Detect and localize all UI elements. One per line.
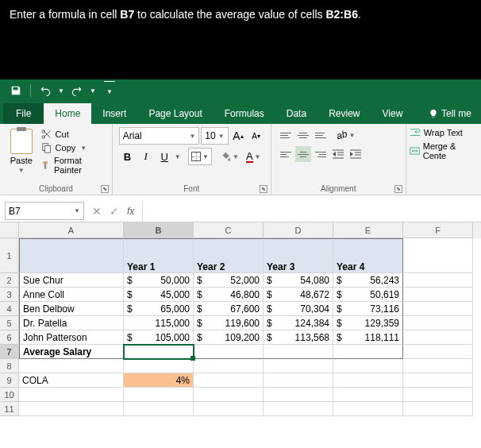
cell[interactable] xyxy=(403,373,473,388)
cell[interactable]: $52,000 xyxy=(194,273,264,288)
cell[interactable]: Year 2 xyxy=(194,238,264,273)
increase-font-button[interactable]: A▴ xyxy=(230,127,247,145)
cell[interactable] xyxy=(403,288,473,302)
cell[interactable] xyxy=(403,273,473,288)
cell[interactable]: Average Salary xyxy=(19,345,124,359)
cell[interactable]: $73,116 xyxy=(333,302,403,316)
tab-file[interactable]: File xyxy=(3,103,44,124)
cell[interactable] xyxy=(194,402,264,416)
fill-color-button[interactable]: ▼ xyxy=(219,148,240,165)
fill-handle[interactable] xyxy=(190,356,195,361)
borders-button[interactable]: ▼ xyxy=(188,148,211,165)
font-color-button[interactable]: A▼ xyxy=(243,148,264,165)
col-header-e[interactable]: E xyxy=(333,222,403,238)
row-header[interactable]: 8 xyxy=(0,359,19,373)
cell[interactable]: $56,243 xyxy=(333,273,403,288)
cell[interactable]: Sue Chur xyxy=(19,273,124,288)
cell[interactable] xyxy=(194,345,264,359)
cell[interactable] xyxy=(333,388,403,402)
row-header[interactable]: 11 xyxy=(0,402,19,416)
tab-insert[interactable]: Insert xyxy=(91,103,137,124)
tab-formulas[interactable]: Formulas xyxy=(214,103,275,124)
cell[interactable]: $46,800 xyxy=(194,288,264,302)
decrease-font-button[interactable]: A▾ xyxy=(248,127,264,145)
orientation-button[interactable]: ab▼ xyxy=(335,127,357,143)
cell[interactable]: Year 4 xyxy=(333,238,403,273)
cell[interactable] xyxy=(403,345,473,359)
cell[interactable] xyxy=(403,302,473,316)
cell[interactable]: $67,600 xyxy=(194,302,264,316)
bold-button[interactable]: B xyxy=(119,148,136,165)
cell[interactable] xyxy=(333,373,403,388)
row-header[interactable]: 3 xyxy=(0,288,19,302)
decrease-indent-button[interactable] xyxy=(330,146,346,162)
row-header[interactable]: 5 xyxy=(0,316,19,330)
cell[interactable] xyxy=(403,238,473,273)
cell[interactable] xyxy=(403,402,473,416)
cell[interactable]: $129,359 xyxy=(333,316,403,330)
fx-icon[interactable]: fx xyxy=(127,206,134,217)
undo-dropdown[interactable]: ▼ xyxy=(56,81,66,100)
cell[interactable] xyxy=(264,359,333,373)
cell[interactable] xyxy=(194,359,264,373)
cell[interactable] xyxy=(194,388,264,402)
align-top-button[interactable] xyxy=(278,127,294,143)
tab-data[interactable]: Data xyxy=(275,103,317,124)
cell[interactable] xyxy=(124,402,194,416)
cell[interactable] xyxy=(403,316,473,330)
font-size-select[interactable]: 10▼ xyxy=(201,127,228,145)
cell[interactable]: Year 1 xyxy=(124,238,194,273)
cell[interactable]: 115,000 xyxy=(124,316,194,330)
font-name-select[interactable]: Arial▼ xyxy=(119,127,200,145)
cell-b7-selected[interactable] xyxy=(124,345,194,359)
qat-customize[interactable]: ▼ xyxy=(104,81,115,100)
cell[interactable]: $119,600 xyxy=(194,316,264,330)
paste-button[interactable]: Paste ▼ xyxy=(6,127,37,175)
cell[interactable] xyxy=(124,388,194,402)
cell[interactable] xyxy=(403,330,473,345)
cell[interactable]: $118,111 xyxy=(333,330,403,345)
col-header-c[interactable]: C xyxy=(194,222,264,238)
cell[interactable]: $54,080 xyxy=(264,273,333,288)
cell[interactable]: $109,200 xyxy=(194,330,264,345)
clipboard-dialog-launcher[interactable]: ⬊ xyxy=(101,185,109,193)
format-painter-button[interactable]: Format Painter xyxy=(41,156,106,175)
align-middle-button[interactable] xyxy=(295,127,311,143)
cell[interactable] xyxy=(124,359,194,373)
cell[interactable]: Ben Delbow xyxy=(19,302,124,316)
spreadsheet-grid[interactable]: A B C D E F 1 Year 1 Year 2 Year 3 Year … xyxy=(0,222,481,416)
tab-review[interactable]: Review xyxy=(317,103,371,124)
cell[interactable] xyxy=(19,238,124,273)
align-bottom-button[interactable] xyxy=(313,127,329,143)
cell[interactable] xyxy=(333,345,403,359)
cell[interactable]: 4% xyxy=(124,373,194,388)
cell[interactable]: $124,384 xyxy=(264,316,333,330)
cell[interactable]: $105,000 xyxy=(124,330,194,345)
align-left-button[interactable] xyxy=(278,146,294,162)
name-box[interactable]: B7▼ xyxy=(5,202,84,220)
row-header[interactable]: 10 xyxy=(0,388,19,402)
formula-input[interactable] xyxy=(142,200,481,222)
cell[interactable] xyxy=(333,402,403,416)
cell[interactable] xyxy=(264,388,333,402)
undo-button[interactable] xyxy=(36,81,55,100)
cell[interactable]: $50,000 xyxy=(124,273,194,288)
cell[interactable] xyxy=(19,388,124,402)
cell[interactable]: Year 3 xyxy=(264,238,333,273)
cell[interactable] xyxy=(264,345,333,359)
row-header[interactable]: 4 xyxy=(0,302,19,316)
col-header-d[interactable]: D xyxy=(264,222,333,238)
tell-me-search[interactable]: Tell me xyxy=(422,103,478,124)
cell[interactable] xyxy=(264,373,333,388)
row-header[interactable]: 6 xyxy=(0,330,19,345)
col-header-b[interactable]: B xyxy=(124,222,194,238)
cell[interactable]: $113,568 xyxy=(264,330,333,345)
alignment-dialog-launcher[interactable]: ⬊ xyxy=(394,185,402,193)
save-button[interactable] xyxy=(6,81,25,100)
row-header[interactable]: 1 xyxy=(0,238,19,273)
cell[interactable]: John Patterson xyxy=(19,330,124,345)
tab-view[interactable]: View xyxy=(371,103,414,124)
cell[interactable]: $70,304 xyxy=(264,302,333,316)
cell[interactable] xyxy=(403,359,473,373)
cell[interactable]: $48,672 xyxy=(264,288,333,302)
